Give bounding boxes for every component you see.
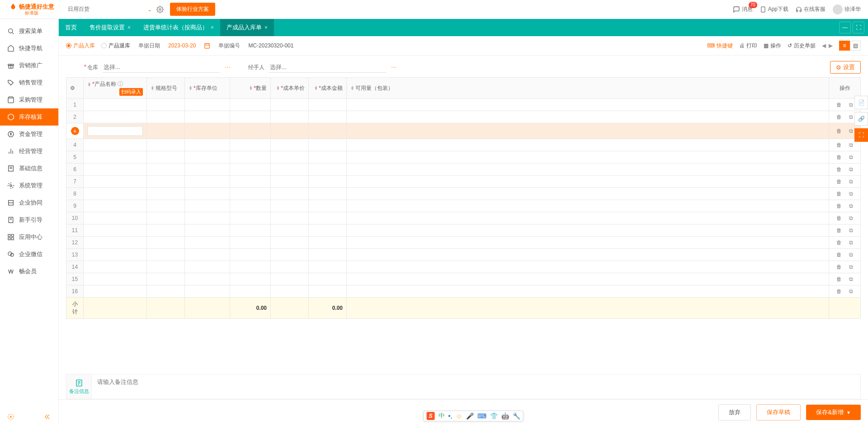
warehouse-more-icon[interactable]: ⋯	[225, 64, 230, 70]
sort-icon[interactable]: ▲▼	[314, 86, 318, 90]
delete-icon[interactable]: 🗑	[836, 215, 842, 221]
copy-icon[interactable]: ⧉	[849, 114, 853, 120]
delete-icon[interactable]: 🗑	[836, 288, 842, 294]
warehouse-input[interactable]	[103, 62, 220, 73]
rail-note-button[interactable]: 📄	[854, 96, 868, 109]
ime-keyboard-icon[interactable]: ⌨	[477, 412, 486, 420]
copy-icon[interactable]: ⧉	[849, 191, 853, 197]
delete-icon[interactable]: 🗑	[836, 128, 842, 134]
save-new-button[interactable]: 保存&新增 ▼	[806, 405, 861, 420]
table-row[interactable]: +🗑⧉	[66, 123, 861, 139]
sidebar-item-12[interactable]: 应用中心	[0, 229, 58, 246]
delete-icon[interactable]: 🗑	[836, 142, 842, 148]
prev-record-button[interactable]: ◀	[822, 42, 826, 49]
sidebar-item-9[interactable]: 系统管理	[0, 177, 58, 194]
table-row[interactable]: 5🗑⧉	[66, 151, 861, 163]
tab-2[interactable]: 进货单统计表（按商品）×	[137, 19, 220, 36]
ime-toolbar[interactable]: S 中 •, ☺ 🎤 ⌨ 👕 🤖 🔧	[424, 411, 524, 421]
copy-icon[interactable]: ⧉	[849, 203, 853, 209]
table-row[interactable]: 13🗑⧉	[66, 249, 861, 261]
table-row[interactable]: 16🗑⧉	[66, 285, 861, 298]
ime-robot-icon[interactable]: 🤖	[501, 412, 509, 420]
copy-icon[interactable]: ⧉	[849, 128, 853, 134]
radio-product-out[interactable]: 产品退库	[101, 42, 130, 50]
sidebar-item-1[interactable]: 快捷导航	[0, 40, 58, 57]
copy-icon[interactable]: ⧉	[849, 288, 853, 294]
ime-mic-icon[interactable]: 🎤	[466, 412, 474, 420]
sort-icon[interactable]: ▲▼	[249, 86, 253, 90]
sidebar-item-5[interactable]: 库存核算	[0, 108, 58, 126]
history-link[interactable]: ↺ 历史单据	[788, 42, 816, 50]
table-row[interactable]: 9🗑⧉	[66, 200, 861, 212]
delete-icon[interactable]: 🗑	[836, 102, 842, 108]
tab-minimize-button[interactable]: —	[839, 22, 851, 33]
shop-selector[interactable]: 日用百货 ⌄	[68, 5, 152, 13]
tab-expand-button[interactable]: ⛶	[853, 22, 864, 33]
gear-icon[interactable]	[156, 6, 164, 13]
tab-1[interactable]: 售价提取设置×	[83, 19, 137, 36]
sidebar-item-14[interactable]: 畅会员	[0, 263, 58, 280]
ime-tool-icon[interactable]: 🔧	[513, 412, 520, 420]
delete-icon[interactable]: 🗑	[836, 239, 842, 246]
sidebar-item-4[interactable]: 采购管理	[0, 91, 58, 108]
sidebar-item-3[interactable]: 销售管理	[0, 74, 58, 91]
operate-link[interactable]: ▦ 操作	[764, 42, 781, 50]
delete-icon[interactable]: 🗑	[836, 154, 842, 160]
table-row[interactable]: 11🗑⧉	[66, 224, 861, 237]
sidebar-item-2[interactable]: 营销推广	[0, 57, 58, 74]
sidebar-item-7[interactable]: 经营管理	[0, 143, 58, 160]
delete-icon[interactable]: 🗑	[836, 276, 842, 282]
close-icon[interactable]: ×	[127, 24, 131, 31]
copy-icon[interactable]: ⧉	[849, 178, 853, 185]
save-draft-button[interactable]: 保存草稿	[756, 404, 801, 420]
handler-input[interactable]	[269, 62, 387, 73]
copy-icon[interactable]: ⧉	[849, 239, 853, 246]
sidebar-item-0[interactable]: 搜索菜单	[0, 23, 58, 40]
tab-0[interactable]: 首页	[59, 19, 83, 36]
online-service-link[interactable]: 在线客服	[796, 5, 826, 13]
sidebar-item-13[interactable]: 企业微信	[0, 246, 58, 263]
sidebar-item-10[interactable]: 企业协同	[0, 194, 58, 211]
copy-icon[interactable]: ⧉	[849, 276, 853, 282]
copy-icon[interactable]: ⧉	[849, 252, 853, 258]
ime-punct-icon[interactable]: •,	[448, 412, 453, 420]
copy-icon[interactable]: ⧉	[849, 166, 853, 173]
messages-link[interactable]: 消息 70	[733, 5, 753, 13]
view-card-button[interactable]: ▤	[850, 41, 861, 51]
add-row-button[interactable]: +	[71, 127, 79, 135]
col-settings[interactable]: ⚙	[66, 78, 84, 99]
sort-icon[interactable]: ▲▼	[276, 86, 280, 90]
delete-icon[interactable]: 🗑	[836, 191, 842, 197]
next-record-button[interactable]: ▶	[829, 42, 833, 49]
rail-expand-button[interactable]: ⛶	[854, 128, 868, 142]
sidebar-item-8[interactable]: 基础信息	[0, 160, 58, 177]
delete-icon[interactable]: 🗑	[836, 252, 842, 258]
experience-button[interactable]: 体验行业方案	[170, 3, 215, 16]
tab-3[interactable]: 产成品入库单×	[220, 19, 274, 36]
sort-icon[interactable]: ▲▼	[189, 86, 193, 90]
calendar-icon[interactable]	[204, 42, 210, 49]
sort-icon[interactable]: ▲▼	[350, 86, 354, 90]
table-row[interactable]: 2🗑⧉	[66, 111, 861, 123]
table-row[interactable]: 7🗑⧉	[66, 176, 861, 188]
settings-button[interactable]: ⚙ 设置	[830, 61, 861, 74]
copy-icon[interactable]: ⧉	[849, 227, 853, 234]
print-link[interactable]: 🖨 打印	[739, 42, 757, 50]
table-row[interactable]: 4🗑⧉	[66, 139, 861, 151]
table-row[interactable]: 15🗑⧉	[66, 273, 861, 285]
table-row[interactable]: 10🗑⧉	[66, 212, 861, 224]
table-row[interactable]: 12🗑⧉	[66, 237, 861, 249]
app-download-link[interactable]: App下载	[760, 5, 788, 13]
sidebar-collapse-icon[interactable]	[44, 413, 51, 420]
remark-input[interactable]	[92, 374, 860, 399]
table-row[interactable]: 1🗑⧉	[66, 99, 861, 111]
radio-product-in[interactable]: 产品入库	[66, 42, 95, 50]
shortcut-link[interactable]: ⌨ 快捷键	[707, 42, 733, 50]
table-row[interactable]: 8🗑⧉	[66, 188, 861, 200]
help-icon[interactable]: ⓘ	[118, 81, 123, 87]
date-value[interactable]: 2023-03-20	[168, 42, 196, 49]
sidebar-item-11[interactable]: 新手引导	[0, 211, 58, 229]
copy-icon[interactable]: ⧉	[849, 102, 853, 108]
delete-icon[interactable]: 🗑	[836, 178, 842, 185]
copy-icon[interactable]: ⧉	[849, 264, 853, 270]
